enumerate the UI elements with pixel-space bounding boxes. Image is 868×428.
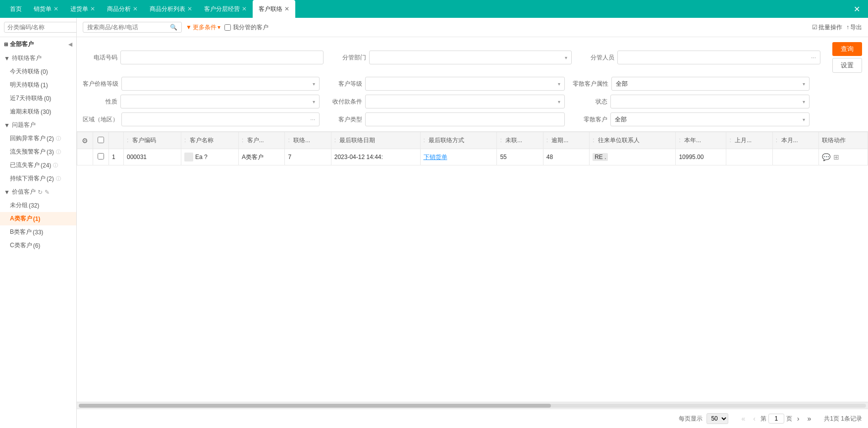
nav-product-analysis-list[interactable]: 商品分析列表 ✕ bbox=[144, 0, 198, 18]
sidebar-item-declining[interactable]: 持续下滑客户 (2) ⓘ bbox=[0, 172, 76, 185]
retail-attr-select[interactable]: 全部 ▾ bbox=[611, 77, 810, 91]
prev-page-btn[interactable]: ‹ bbox=[750, 414, 759, 424]
col-contact[interactable]: : 联络... bbox=[285, 132, 331, 149]
setting-btn[interactable]: 设置 bbox=[832, 58, 862, 73]
value-edit-icon[interactable]: ✎ bbox=[45, 189, 50, 196]
nav-sales-close[interactable]: ✕ bbox=[54, 5, 58, 12]
sidebar-item-today[interactable]: 今天待联络 (0) bbox=[0, 65, 76, 78]
col-type[interactable]: : 客户... bbox=[239, 132, 285, 149]
col-gear[interactable]: ⚙ bbox=[77, 132, 93, 149]
dept-select[interactable]: ▾ bbox=[369, 51, 572, 64]
manager-label: 分管人员 bbox=[580, 54, 614, 62]
filter-search-icon[interactable]: 🔍 bbox=[170, 24, 177, 31]
qr-icon[interactable]: ⊞ bbox=[833, 153, 839, 161]
sidebar-search-input[interactable] bbox=[4, 22, 77, 33]
filter-icon: ▼ bbox=[186, 24, 192, 31]
status-select[interactable]: ▾ bbox=[610, 95, 810, 108]
scrollbar-track bbox=[79, 404, 866, 408]
nav-purchase-close[interactable]: ✕ bbox=[90, 5, 95, 12]
cust-level-select[interactable]: ▾ bbox=[365, 77, 564, 91]
row-unit-contact: RE . bbox=[590, 149, 676, 165]
sidebar-item-churn-warning[interactable]: 流失预警客户 (3) ⓘ bbox=[0, 145, 76, 159]
nature-select[interactable]: ▾ bbox=[120, 95, 320, 108]
page-input[interactable] bbox=[768, 414, 784, 424]
last-page-btn[interactable]: » bbox=[805, 414, 814, 424]
value-refresh-icon[interactable]: ↻ bbox=[38, 189, 43, 196]
row-gear bbox=[77, 149, 93, 165]
sidebar-item-unclassified[interactable]: 未分组 (32) bbox=[0, 199, 76, 212]
filter-field-region: 区域（地区） ··· bbox=[83, 112, 320, 126]
sidebar-item-class-b[interactable]: B类客户 (33) bbox=[0, 225, 76, 239]
sidebar-all-customers[interactable]: ⊞ 全部客户 ◀ bbox=[0, 37, 76, 52]
page-size-select[interactable]: 50 bbox=[706, 413, 728, 424]
nav-sales[interactable]: 销货单 ✕ bbox=[28, 0, 64, 18]
table-wrap: ⚙ : 客户编码 : 客户名称 bbox=[77, 132, 868, 402]
sidebar-item-repurchase-abnormal[interactable]: 回购异常客户 (2) ⓘ bbox=[0, 132, 76, 145]
nav-window-close[interactable]: ✕ bbox=[850, 4, 864, 14]
col-code[interactable]: : 客户编码 bbox=[124, 132, 181, 149]
sidebar-group-value[interactable]: ▼ 价值客户 ↻ ✎ bbox=[0, 185, 76, 199]
sidebar-group-problem[interactable]: ▼ 问题客户 bbox=[0, 118, 76, 132]
nav-customer-tier-close[interactable]: ✕ bbox=[242, 5, 247, 12]
filter-field-cust-level: 客户等级 ▾ bbox=[327, 77, 564, 91]
price-level-select[interactable]: ▾ bbox=[121, 77, 320, 91]
filter-search-input[interactable] bbox=[87, 24, 170, 31]
my-customers-check[interactable] bbox=[224, 24, 231, 31]
col-unit-contact[interactable]: : 往来单位联系人 bbox=[590, 132, 676, 149]
total-info: 共1页 1条记录 bbox=[824, 415, 862, 423]
col-last-method[interactable]: : 最后联络方式 bbox=[420, 132, 497, 149]
col-not-contacted[interactable]: : 未联... bbox=[497, 132, 543, 149]
settings-gear-icon[interactable]: ⚙ bbox=[82, 137, 88, 145]
sidebar-collapse-icon[interactable]: ◀ bbox=[68, 42, 72, 47]
manager-input[interactable]: ··· bbox=[617, 51, 820, 64]
col-this-year[interactable]: : 本年... bbox=[676, 132, 726, 149]
filter-field-dept: 分管部门 ▾ bbox=[331, 51, 572, 64]
sidebar-item-tomorrow[interactable]: 明天待联络 (1) bbox=[0, 78, 76, 92]
nav-product-analysis-close[interactable]: ✕ bbox=[133, 5, 138, 12]
nav-customer-tier[interactable]: 客户分层经营 ✕ bbox=[198, 0, 253, 18]
row-check[interactable] bbox=[98, 153, 104, 160]
search-btn[interactable]: 查询 bbox=[832, 42, 862, 56]
nav-purchase[interactable]: 进货单 ✕ bbox=[64, 0, 101, 18]
filter-field-nature: 性质 ▾ bbox=[83, 95, 320, 108]
arrow-value: ▼ bbox=[4, 189, 10, 196]
col-checkbox[interactable] bbox=[93, 132, 109, 149]
sidebar-group-pending[interactable]: ▼ 待联络客户 bbox=[0, 52, 76, 65]
nav-product-analysis-list-close[interactable]: ✕ bbox=[187, 5, 192, 12]
my-customers-checkbox[interactable]: 我分管的客户 bbox=[224, 23, 269, 32]
sidebar-item-class-a[interactable]: A类客户 (1) bbox=[0, 212, 76, 225]
nav-product-analysis[interactable]: 商品分析 ✕ bbox=[101, 0, 144, 18]
col-name[interactable]: : 客户名称 bbox=[181, 132, 239, 149]
export-btn[interactable]: ↑ 导出 bbox=[846, 23, 862, 32]
top-nav: 首页 销货单 ✕ 进货单 ✕ 商品分析 ✕ 商品分析列表 ✕ 客户分层经营 ✕ … bbox=[0, 0, 868, 18]
col-last-date[interactable]: : 最后联络日期 bbox=[331, 132, 420, 149]
last-method-link[interactable]: 下销货单 bbox=[424, 154, 447, 160]
payment-select[interactable]: ▾ bbox=[365, 95, 564, 108]
first-page-btn[interactable]: « bbox=[738, 414, 748, 424]
sidebar-item-overdue[interactable]: 逾期未联络 (30) bbox=[0, 105, 76, 118]
col-this-month[interactable]: : 本月... bbox=[772, 132, 818, 149]
nav-home[interactable]: 首页 bbox=[4, 0, 28, 18]
filter-more-btn[interactable]: ▼ 更多条件 ▾ bbox=[186, 23, 220, 32]
next-page-btn[interactable]: › bbox=[794, 414, 803, 424]
region-input[interactable]: ··· bbox=[121, 112, 320, 126]
chat-icon[interactable]: 💬 bbox=[822, 153, 830, 161]
nav-customer-contact[interactable]: 客户联络 ✕ bbox=[253, 0, 295, 18]
col-last-month[interactable]: : 上月... bbox=[726, 132, 772, 149]
batch-btn[interactable]: ☑ 批量操作 bbox=[812, 23, 842, 32]
content-area: 🔍 ▼ 更多条件 ▾ 我分管的客户 ☑ 批量操作 ↑ 导出 bbox=[77, 18, 868, 428]
horizontal-scrollbar[interactable] bbox=[77, 402, 868, 409]
sidebar-item-churned[interactable]: 已流失客户 (24) ⓘ bbox=[0, 159, 76, 172]
retail-caret: ▾ bbox=[803, 117, 805, 122]
sidebar-item-7days[interactable]: 近7天待联络 (0) bbox=[0, 92, 76, 105]
nav-customer-contact-close[interactable]: ✕ bbox=[284, 5, 289, 12]
phone-input[interactable] bbox=[120, 51, 324, 64]
select-all-checkbox[interactable] bbox=[98, 137, 104, 143]
cust-type-input[interactable] bbox=[365, 112, 564, 126]
row-last-method[interactable]: 下销货单 bbox=[420, 149, 497, 165]
row-checkbox[interactable] bbox=[93, 149, 109, 165]
scrollbar-thumb[interactable] bbox=[79, 404, 551, 408]
col-overdue[interactable]: : 逾期... bbox=[543, 132, 589, 149]
retail-select[interactable]: 全部 ▾ bbox=[610, 112, 810, 126]
sidebar-item-class-c[interactable]: C类客户 (6) bbox=[0, 239, 76, 252]
